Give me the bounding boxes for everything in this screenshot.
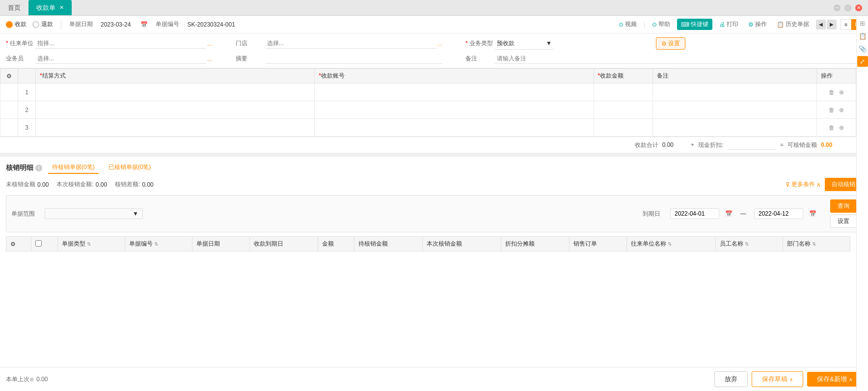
staff-more-icon[interactable]: ... <box>207 56 212 62</box>
radio-refund-circle <box>32 21 39 28</box>
td-amount-1[interactable] <box>594 84 652 101</box>
delete-row-2-icon[interactable]: 🗑 <box>829 107 835 113</box>
td-settings-3 <box>0 119 18 137</box>
td-amount-2[interactable] <box>594 101 652 119</box>
reconcile-settings-button[interactable]: 设置 <box>830 215 857 228</box>
start-date-icon[interactable]: 📅 <box>725 210 732 217</box>
th-account: *收款账号 <box>315 69 594 84</box>
select-all-checkbox[interactable] <box>35 240 42 247</box>
radio-refund[interactable]: 退款 <box>32 20 53 28</box>
td-account-1[interactable] <box>315 84 594 101</box>
sidebar-expand-icon[interactable]: ⤢ <box>857 56 868 67</box>
remark-label: 备注 <box>465 55 495 63</box>
filter-row: 单据范围 ▼ 到期日 📅 — 📅 查询 设置 <box>6 195 862 232</box>
discount-label: 现金折扣: <box>698 141 723 149</box>
save-draft-button[interactable]: 保存草稿 ∧ <box>752 371 803 387</box>
td-settlement-2[interactable] <box>36 101 315 119</box>
end-date-icon[interactable]: 📅 <box>809 210 816 217</box>
partner-input[interactable] <box>35 38 206 49</box>
store-label: 门店 <box>236 39 265 48</box>
store-input[interactable] <box>265 38 436 49</box>
td-remark-3[interactable] <box>652 119 816 137</box>
next-arrow[interactable]: ▶ <box>827 20 837 29</box>
bth-pending: 待核销金额 <box>354 237 422 251</box>
due-date-end-input[interactable] <box>754 208 803 219</box>
abandon-button[interactable]: 放弃 <box>714 371 748 387</box>
footer: 本单上次⊙ 0.00 放弃 保存草稿 ∧ 保存&新增 ∧ <box>0 367 868 391</box>
reconcile-header: 核销明细 i 待核销单据(0笔) 已核销单据(0笔) <box>6 162 862 174</box>
number-value: SK-20230324-001 <box>187 21 235 28</box>
th-settings[interactable]: ⚙ <box>0 69 18 84</box>
business-type-select[interactable]: 预收款 ▼ <box>495 38 554 50</box>
td-remark-2[interactable] <box>652 101 816 119</box>
stat-diff: 核销差额: 0.00 <box>115 180 154 189</box>
prev-arrow[interactable]: ◀ <box>816 20 826 29</box>
close-button[interactable]: ✕ <box>855 4 862 11</box>
table-section: ⚙ *结算方式 *收款账号 *收款金额 备注 操作 <box>0 68 868 137</box>
td-remark-1[interactable] <box>652 84 816 101</box>
shortcut-btn[interactable]: ⌨ 快捷键 <box>677 19 712 30</box>
tab-pending[interactable]: 待核销单据(0笔) <box>48 162 99 174</box>
right-sidebar: ⊞ 📋 📎 ⤢ <box>856 16 868 391</box>
minimize-button[interactable]: ─ <box>834 4 841 11</box>
date-label: 单据日期 <box>69 20 93 28</box>
delete-row-3-icon[interactable]: 🗑 <box>829 124 835 131</box>
range-chevron-icon: ▼ <box>133 210 138 217</box>
copy-row-2-icon[interactable]: ⊕ <box>839 107 844 113</box>
save-draft-arrow-icon: ∧ <box>789 377 793 382</box>
date-picker-icon[interactable]: 📅 <box>140 21 148 28</box>
td-account-2[interactable] <box>315 101 594 119</box>
due-date-start-input[interactable] <box>670 208 719 219</box>
video-btn[interactable]: ⊙ 视频 <box>616 19 640 29</box>
tab-close-icon[interactable]: ✕ <box>59 4 64 11</box>
range-select[interactable]: ▼ <box>45 208 143 219</box>
tab-receipt[interactable]: 收款单 ✕ <box>28 0 72 15</box>
more-conditions-btn[interactable]: ⊽ 更多条件 ∧ <box>786 180 821 189</box>
plus-label: + <box>691 141 694 148</box>
td-amount-3[interactable] <box>594 119 652 137</box>
history-btn[interactable]: 📋 历史单据 <box>774 19 812 29</box>
store-more-icon[interactable]: ... <box>437 40 442 47</box>
sidebar-table-icon[interactable]: ⊞ <box>857 18 868 28</box>
sidebar-archive-icon[interactable]: 📋 <box>857 30 868 41</box>
eq-label: = <box>780 141 784 148</box>
print-btn[interactable]: 🖨 打印 <box>716 19 741 29</box>
td-settlement-3[interactable] <box>36 119 315 137</box>
staff-input[interactable] <box>35 54 206 64</box>
tab-done[interactable]: 已核销单据(0笔) <box>105 162 155 174</box>
reconcile-info-icon[interactable]: i <box>35 165 42 171</box>
td-settlement-1[interactable] <box>36 84 315 101</box>
copy-row-3-icon[interactable]: ⊕ <box>839 124 844 131</box>
radio-receipt[interactable]: 收款 <box>6 20 27 28</box>
remark-input[interactable] <box>495 54 862 64</box>
partner-more-icon[interactable]: ... <box>207 40 212 47</box>
stat-unreconciled: 未核销金额 0.00 <box>6 180 49 189</box>
td-account-3[interactable] <box>315 119 594 137</box>
settings-button[interactable]: ⚙ 设置 <box>656 37 685 50</box>
help-btn[interactable]: ⊙ 帮助 <box>649 19 673 29</box>
form-section: * 往来单位 ... 门店 ... * 业务类型 预收款 <box>0 33 868 68</box>
tab-bar: 首页 收款单 ✕ ─ □ ✕ <box>0 0 868 16</box>
copy-row-1-icon[interactable]: ⊕ <box>839 89 844 96</box>
partner-label: * 往来单位 <box>6 39 35 48</box>
td-settings-2 <box>0 101 18 119</box>
summary-input[interactable] <box>265 54 442 64</box>
discount-input[interactable] <box>727 140 776 150</box>
ops-btn[interactable]: ⚙ 操作 <box>745 19 770 29</box>
query-button[interactable]: 查询 <box>830 199 857 213</box>
maximize-button[interactable]: □ <box>844 4 851 11</box>
range-label: 单据范围 <box>11 210 35 218</box>
footer-info: 本单上次⊙ 0.00 <box>6 375 48 384</box>
partner-field-group: * 往来单位 ... <box>6 38 212 49</box>
summary-label: 摘要 <box>236 55 265 63</box>
bth-settings[interactable]: ⚙ <box>6 237 31 251</box>
reconcile-section: 核销明细 i 待核销单据(0笔) 已核销单据(0笔) 未核销金额 0.00 本次… <box>0 153 868 367</box>
delete-row-1-icon[interactable]: 🗑 <box>829 89 835 96</box>
th-num <box>18 69 36 84</box>
list-view-btn[interactable]: ≡ <box>841 19 851 30</box>
business-type-group: * 业务类型 预收款 ▼ <box>465 38 652 50</box>
reconcile-title: 核销明细 i <box>6 164 42 172</box>
sidebar-paperclip-icon[interactable]: 📎 <box>857 43 868 54</box>
save-new-button[interactable]: 保存&新增 ∧ <box>807 372 862 387</box>
tab-home[interactable]: 首页 <box>0 0 28 15</box>
